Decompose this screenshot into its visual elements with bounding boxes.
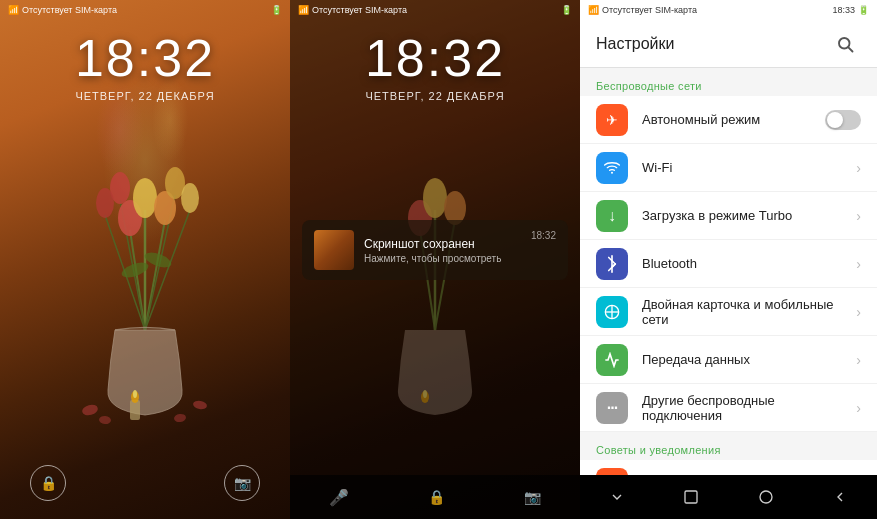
dual-sim-label: Двойная карточка и мобильные сети (642, 297, 856, 327)
settings-header: Настройки (580, 20, 877, 68)
notification-subtitle: Нажмите, чтобы просмотреть (364, 253, 521, 264)
left-lock-date: ЧЕТВЕРГ, 22 ДЕКАБРЯ (0, 90, 290, 102)
wifi-signal-icon: 📶 (8, 5, 19, 15)
svg-point-20 (192, 400, 207, 410)
notification-thumbnail (314, 230, 354, 270)
notif-time: 18:32 (290, 28, 580, 88)
svg-rect-37 (685, 491, 697, 503)
wifi-settings-icon (596, 152, 628, 184)
settings-content: Беспроводные сети ✈ Автономный режим Wi-… (580, 68, 877, 475)
svg-point-38 (760, 491, 772, 503)
turbo-label: Загрузка в режиме Turbo (642, 208, 856, 223)
flower-illustration (50, 100, 240, 440)
notif-status-left: 📶 Отсутствует SIM-карта (298, 5, 407, 15)
lock-bottom-icon[interactable]: 🔒 (428, 489, 445, 505)
nav-down-icon[interactable] (597, 477, 637, 517)
svg-point-12 (96, 188, 114, 218)
turbo-chevron-icon: › (856, 208, 861, 224)
left-status-left: 📶 Отсутствует SIM-карта (8, 5, 117, 15)
settings-battery-icon: 🔋 (858, 5, 869, 15)
svg-point-18 (133, 390, 137, 398)
airplane-label: Автономный режим (642, 112, 825, 127)
notif-battery-icon: 🔋 (561, 5, 572, 15)
data-icon (596, 344, 628, 376)
data-label: Передача данных (642, 352, 856, 367)
settings-status-right: 18:33 🔋 (832, 5, 869, 15)
settings-bottom-nav (580, 475, 877, 519)
settings-status-left: 📶 Отсутствует SIM-карта (588, 5, 697, 15)
search-button[interactable] (829, 28, 861, 60)
notif-bottom-nav: 🎤 🔒 📷 (290, 475, 580, 519)
nav-home-icon[interactable] (746, 477, 786, 517)
left-status-right: 🔋 (271, 5, 282, 15)
notif-date: ЧЕТВЕРГ, 22 ДЕКАБРЯ (290, 90, 580, 102)
more-wireless-chevron-icon: › (856, 400, 861, 416)
svg-line-32 (848, 47, 852, 51)
settings-item-more-wireless[interactable]: ··· Другие беспроводные подключения › (580, 384, 877, 432)
bluetooth-label: Bluetooth (642, 256, 856, 271)
notif-status-right: 🔋 (561, 5, 572, 15)
settings-item-airplane[interactable]: ✈ Автономный режим (580, 96, 877, 144)
left-lock-time: 18:32 (0, 28, 290, 88)
notification-title: Скриншот сохранен (364, 237, 521, 251)
settings-title: Настройки (596, 35, 674, 53)
lock-icon[interactable]: 🔒 (30, 465, 66, 501)
settings-sim-text: Отсутствует SIM-карта (602, 5, 697, 15)
settings-item-data[interactable]: Передача данных › (580, 336, 877, 384)
settings-item-sound[interactable]: 🔊 Звук и вибрирование › (580, 460, 877, 475)
notification-time: 18:32 (531, 230, 556, 241)
sim-status-text: Отсутствует SIM-карта (22, 5, 117, 15)
left-lock-bottom: 🔒 📷 (0, 465, 290, 501)
bluetooth-icon (596, 248, 628, 280)
dual-sim-icon (596, 296, 628, 328)
nav-square-icon[interactable] (671, 477, 711, 517)
wifi-chevron-icon: › (856, 160, 861, 176)
airplane-toggle[interactable] (825, 110, 861, 130)
svg-point-8 (133, 178, 157, 218)
settings-wifi-icon: 📶 (588, 5, 599, 15)
svg-point-21 (99, 415, 112, 424)
nav-back-icon[interactable] (820, 477, 860, 517)
notification-text: Скриншот сохранен Нажмите, чтобы просмот… (364, 237, 521, 264)
svg-point-27 (423, 178, 447, 218)
notification-panel: 📶 Отсутствует SIM-карта 🔋 18:32 ЧЕТВЕРГ,… (290, 0, 580, 519)
sound-icon: 🔊 (596, 468, 628, 476)
svg-point-19 (81, 403, 99, 417)
left-status-bar: 📶 Отсутствует SIM-карта 🔋 (0, 0, 290, 20)
wifi-label: Wi-Fi (642, 160, 856, 175)
left-lock-screen: 📶 Отсутствует SIM-карта 🔋 18:32 ЧЕТВЕРГ,… (0, 0, 290, 519)
svg-point-30 (423, 390, 427, 398)
mic-icon[interactable]: 🎤 (329, 488, 349, 507)
notif-wifi-icon: 📶 (298, 5, 309, 15)
dual-sim-chevron-icon: › (856, 304, 861, 320)
bluetooth-chevron-icon: › (856, 256, 861, 272)
camera-icon[interactable]: 📷 (224, 465, 260, 501)
section-header-wireless: Беспроводные сети (580, 68, 877, 96)
svg-point-22 (174, 413, 187, 423)
settings-time: 18:33 (832, 5, 855, 15)
settings-item-bluetooth[interactable]: Bluetooth › (580, 240, 877, 288)
airplane-icon: ✈ (596, 104, 628, 136)
camera-bottom-icon[interactable]: 📷 (524, 489, 541, 505)
notif-status-bar: 📶 Отсутствует SIM-карта 🔋 (290, 0, 580, 20)
section-header-tips: Советы и уведомления (580, 432, 877, 460)
turbo-icon: ↓ (596, 200, 628, 232)
svg-point-13 (181, 183, 199, 213)
settings-panel: 📶 Отсутствует SIM-карта 18:33 🔋 Настройк… (580, 0, 877, 519)
notification-card[interactable]: Скриншот сохранен Нажмите, чтобы просмот… (302, 220, 568, 280)
toggle-knob (827, 112, 843, 128)
settings-item-dual-sim[interactable]: Двойная карточка и мобильные сети › (580, 288, 877, 336)
settings-item-turbo[interactable]: ↓ Загрузка в режиме Turbo › (580, 192, 877, 240)
settings-item-wifi[interactable]: Wi-Fi › (580, 144, 877, 192)
svg-point-33 (611, 171, 613, 173)
notif-sim-text: Отсутствует SIM-карта (312, 5, 407, 15)
settings-status-bar: 📶 Отсутствует SIM-карта 18:33 🔋 (580, 0, 877, 20)
more-wireless-icon: ··· (596, 392, 628, 424)
more-wireless-label: Другие беспроводные подключения (642, 393, 856, 423)
data-chevron-icon: › (856, 352, 861, 368)
lock-battery-icon: 🔋 (271, 5, 282, 15)
